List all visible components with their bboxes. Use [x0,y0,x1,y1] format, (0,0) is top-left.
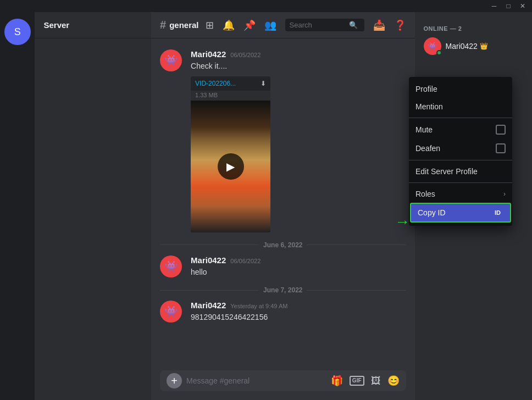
hashtag-icon[interactable]: ⊞ [206,19,214,31]
message-content: Mari0422 Yesterday at 9:49 AM 9812904152… [191,301,406,323]
date-divider-june7: June 7, 2022 [151,282,414,298]
date-divider-june6: June 6, 2022 [151,237,414,253]
context-item-edit-server-profile[interactable]: Edit Server Profile [409,163,512,180]
download-icon[interactable]: ⬇ [261,80,266,87]
search-icon: 🔍 [349,21,358,29]
message-group: 👾 Mari0422 Yesterday at 9:49 AM 98129041… [151,298,414,325]
add-attachment-button[interactable]: + [167,373,182,388]
sticker-icon[interactable]: 🖼 [371,375,381,387]
avatar: 👾 [160,49,182,71]
channel-name-header: # general [160,19,198,31]
username: Mari0422 [191,49,226,59]
member-item[interactable]: 👾 Mari0422 👑 [419,34,528,58]
message-input-container: + 🎁 GIF 🖼 😊 [160,370,406,391]
context-item-deafen[interactable]: Deafen [409,139,512,158]
message-header: Mari0422 06/05/2022 [191,49,406,59]
crown-icon: 👑 [480,42,488,50]
play-button[interactable]: ▶ [218,153,244,180]
video-thumbnail[interactable]: ▶ [191,101,270,232]
message-input-field[interactable] [186,370,326,391]
context-separator [409,160,512,160]
search-input[interactable] [290,21,345,29]
gift-icon[interactable]: 🎁 [331,375,343,387]
gif-button[interactable]: GIF [350,376,364,386]
members-category-online: ONLINE — 2 [419,21,528,34]
attachment-size: 1.33 MB [191,91,270,101]
message-text: Check it.... [191,61,406,72]
message-content: Mari0422 06/06/2022 hello [191,255,406,278]
context-item-roles[interactable]: Roles › [409,185,512,203]
timestamp: Yesterday at 9:49 AM [230,303,287,309]
input-icons: 🎁 GIF 🖼 😊 [331,375,400,387]
id-badge: ID [492,208,503,217]
server-sidebar: S [0,12,35,400]
server-name[interactable]: Server [35,12,151,38]
context-item-mention[interactable]: Mention [409,98,512,115]
hash-icon: # [160,19,166,31]
message-text: 981290415246422156 [191,312,406,323]
attachment-filename: VID-202206... [195,80,236,87]
avatar: 👾 [160,255,182,277]
help-icon[interactable]: ❓ [394,19,406,31]
context-item-mute[interactable]: Mute [409,120,512,139]
timestamp: 06/06/2022 [230,258,261,264]
online-status-dot [436,50,442,55]
topbar-right: ⊞ 🔔 📌 👥 🔍 📥 ❓ [206,19,406,31]
members-icon[interactable]: 👥 [264,19,276,31]
context-menu: Profile Mention Mute Deafen Edit Server … [409,77,512,226]
message-header: Mari0422 06/06/2022 [191,255,406,265]
context-separator [409,118,512,118]
message-input-area: + 🎁 GIF 🖼 😊 [151,370,414,400]
message-content: Mari0422 06/05/2022 Check it.... VID-202… [191,49,406,232]
emoji-icon[interactable]: 😊 [387,375,400,387]
chat-area: 👾 Mari0422 06/05/2022 Check it.... VID-2… [151,38,414,370]
avatar: 👾 [160,301,182,323]
message-header: Mari0422 Yesterday at 9:49 AM [191,301,406,310]
member-name: Mari0422 👑 [446,42,488,51]
pin-icon[interactable]: 📌 [243,19,256,31]
context-item-profile[interactable]: Profile [409,80,512,98]
channel-sidebar: Server [35,12,151,400]
message-text: hello [191,267,406,278]
attachment-header: VID-202206... ⬇ [191,76,270,91]
message-group: 👾 Mari0422 06/05/2022 Check it.... VID-2… [151,47,414,235]
arrow-right-icon: › [503,190,506,198]
context-item-copy-id[interactable]: Copy ID ID [410,203,511,223]
deafen-checkbox[interactable] [496,143,506,153]
inbox-icon[interactable]: 📥 [373,19,385,31]
topbar: # general ⊞ 🔔 📌 👥 🔍 📥 ❓ [151,12,414,38]
arrow-indicator: → [395,213,410,231]
username: Mari0422 [191,301,226,310]
notification-icon[interactable]: 🔔 [223,19,235,31]
server-icon[interactable]: S [4,19,31,45]
context-separator [409,182,512,183]
titlebar: ─ □ ✕ [0,0,532,12]
search-bar[interactable]: 🔍 [285,19,364,31]
main-content: # general ⊞ 🔔 📌 👥 🔍 📥 ❓ 👾 [151,12,414,400]
mute-checkbox[interactable] [496,125,506,135]
video-attachment: VID-202206... ⬇ 1.33 MB ▶ [191,76,270,232]
close-button[interactable]: ✕ [516,0,530,12]
timestamp: 06/05/2022 [230,52,261,58]
minimize-button[interactable]: ─ [487,0,501,12]
channel-name-label: general [169,20,198,30]
member-avatar: 👾 [424,37,441,55]
message-group: 👾 Mari0422 06/06/2022 hello [151,253,414,280]
username: Mari0422 [191,255,226,265]
maximize-button[interactable]: □ [501,0,516,12]
